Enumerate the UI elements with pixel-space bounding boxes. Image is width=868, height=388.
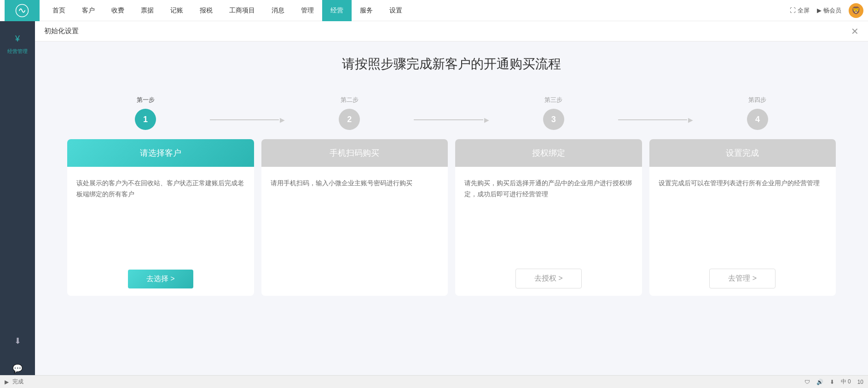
close-button[interactable]: ✕ — [851, 27, 859, 36]
card-footer-4: 去管理 > — [649, 261, 836, 296]
status-bar-right: 🛡 🔊 ⬇ 中 0 10 — [804, 378, 863, 386]
card-footer-3: 去授权 > — [455, 261, 642, 296]
nav-item-消息[interactable]: 消息 — [263, 0, 293, 21]
card-body-4: 设置完成后可以在管理列表进行所有企业用户的经营管理 — [649, 167, 836, 261]
step-label-3: 第三步 — [544, 96, 562, 105]
step-connector-3: ▶ — [618, 116, 693, 123]
status-bar: ▶ 完成 🛡 🔊 ⬇ 中 0 10 — [0, 375, 868, 388]
avatar[interactable]: 🦁 — [849, 3, 863, 18]
member-button[interactable]: ▶ 畅会员 — [817, 6, 841, 15]
status-label: 完成 — [12, 378, 23, 386]
nav-item-客户[interactable]: 客户 — [74, 0, 103, 21]
line-inner-2 — [414, 119, 483, 120]
step-col-2: 第二步2 — [285, 96, 414, 130]
card-btn-3[interactable]: 去授权 > — [515, 269, 582, 288]
step-circle-2: 2 — [339, 109, 360, 130]
step-circle-4: 4 — [747, 109, 768, 130]
nav-item-首页[interactable]: 首页 — [44, 0, 74, 21]
step-circle-3: 3 — [543, 109, 564, 130]
nav-item-管理[interactable]: 管理 — [293, 0, 322, 21]
nav-item-服务[interactable]: 服务 — [352, 0, 381, 21]
step-col-4: 第四步4 — [693, 96, 822, 130]
step-card-4: 设置完成设置完成后可以在管理列表进行所有企业用户的经营管理去管理 > — [649, 139, 836, 296]
nav-item-票据[interactable]: 票据 — [133, 0, 162, 21]
nav-item-工商项目[interactable]: 工商项目 — [221, 0, 263, 21]
card-header-4: 设置完成 — [649, 139, 836, 167]
yuan-icon: ¥ — [10, 31, 25, 46]
arrow-1: ▶ — [280, 116, 285, 123]
sidebar-item-download[interactable]: ⬇ — [0, 328, 35, 356]
download-status-icon: ⬇ — [830, 379, 834, 385]
card-btn-4[interactable]: 去管理 > — [709, 269, 775, 288]
page-header: 初始化设置 ✕ — [35, 21, 868, 41]
main-title: 请按照步骤完成新客户的开通购买流程 — [53, 55, 850, 73]
card-body-1: 该处展示的客户为不在回收站、客户状态正常建账后完成老板端绑定的所有客户 — [67, 167, 254, 262]
nav-item-报税[interactable]: 报税 — [191, 0, 221, 21]
support-icon: 💬 — [10, 361, 25, 376]
sidebar-item-management[interactable]: ¥ 经营管理 — [0, 26, 35, 60]
card-btn-1[interactable]: 去选择 > — [128, 270, 193, 288]
top-nav: 首页客户收费票据记账报税工商项目消息管理经营服务设置 ⛶ 全屏 ▶ 畅会员 🦁 — [0, 0, 868, 21]
main-content: 请按照步骤完成新客户的开通购买流程 第一步1▶第二步2▶第三步3▶第四步4 请选… — [35, 41, 868, 388]
content-area: 初始化设置 ✕ 请按照步骤完成新客户的开通购买流程 第一步1▶第二步2▶第三步3… — [35, 21, 868, 388]
step-col-1: 第一步1 — [81, 96, 210, 130]
sidebar: ¥ 经营管理 ⬇ 💬 — [0, 21, 35, 388]
volume-icon[interactable]: 🔊 — [816, 379, 823, 385]
card-header-3: 授权绑定 — [455, 139, 642, 167]
steps-row: 第一步1▶第二步2▶第三步3▶第四步4 — [53, 96, 850, 130]
arrow-3: ▶ — [688, 116, 693, 123]
arrow-2: ▶ — [484, 116, 489, 123]
card-footer-2 — [261, 281, 448, 296]
nav-item-记账[interactable]: 记账 — [162, 0, 191, 21]
shield-icon: 🛡 — [804, 379, 810, 385]
cards-row: 请选择客户该处展示的客户为不在回收站、客户状态正常建账后完成老板端绑定的所有客户… — [53, 139, 850, 296]
nav-logo — [5, 0, 40, 21]
card-body-3: 请先购买，购买后选择开通的产品中的企业用户进行授权绑定，成功后即可进行经营管理 — [455, 167, 642, 261]
step-label-1: 第一步 — [137, 96, 155, 105]
line-inner-1 — [210, 119, 279, 120]
card-body-2: 请用手机扫码，输入小微企业主账号密码进行购买 — [261, 167, 448, 281]
card-footer-1: 去选择 > — [67, 262, 254, 296]
step-connector-1: ▶ — [210, 116, 285, 123]
step-label-2: 第二步 — [341, 96, 359, 105]
card-header-1: 请选择客户 — [67, 139, 254, 167]
step-circle-1: 1 — [135, 109, 156, 130]
line-inner-3 — [618, 119, 687, 120]
step-card-2: 手机扫码购买请用手机扫码，输入小微企业主账号密码进行购买 — [261, 139, 448, 296]
step-col-3: 第三步3 — [489, 96, 618, 130]
step-label-4: 第四步 — [748, 96, 766, 105]
step-connector-2: ▶ — [414, 116, 489, 123]
clock: 10 — [857, 379, 863, 385]
step-card-3: 授权绑定请先购买，购买后选择开通的产品中的企业用户进行授权绑定，成功后即可进行经… — [455, 139, 642, 296]
nav-right: ⛶ 全屏 ▶ 畅会员 🦁 — [790, 3, 863, 18]
fullscreen-button[interactable]: ⛶ 全屏 — [790, 6, 810, 15]
nav-item-经营[interactable]: 经营 — [322, 0, 352, 21]
nav-items: 首页客户收费票据记账报税工商项目消息管理经营服务设置 — [44, 0, 790, 21]
download-icon: ⬇ — [10, 334, 25, 348]
page-title: 初始化设置 — [44, 27, 79, 35]
main-layout: ¥ 经营管理 ⬇ 💬 初始化设置 ✕ 请按照步骤完成新客户的开通购买流程 第一步… — [0, 21, 868, 388]
card-header-2: 手机扫码购买 — [261, 139, 448, 167]
logo-icon — [15, 4, 29, 18]
ime-indicator: 中 0 — [841, 378, 851, 386]
play-icon[interactable]: ▶ — [5, 379, 9, 385]
nav-item-设置[interactable]: 设置 — [381, 0, 411, 21]
nav-item-收费[interactable]: 收费 — [103, 0, 133, 21]
step-card-1: 请选择客户该处展示的客户为不在回收站、客户状态正常建账后完成老板端绑定的所有客户… — [67, 139, 254, 296]
